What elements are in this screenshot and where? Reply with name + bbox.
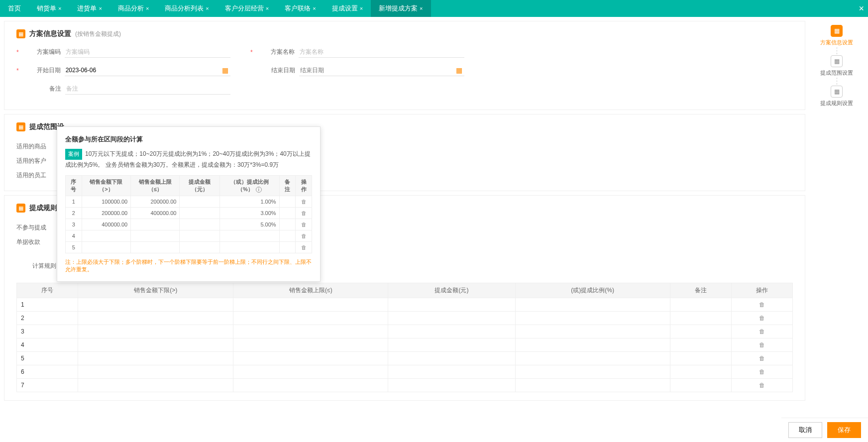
table-row: 3400000.005.00%🗑: [66, 219, 312, 230]
table-row: 4🗑: [17, 338, 793, 352]
step-nav: ▦方案信息设置▦提成范围设置▦提成规则设置: [809, 21, 864, 405]
step-label: 方案信息设置: [820, 39, 853, 46]
step-label: 提成规则设置: [820, 100, 853, 107]
start-date-input[interactable]: [65, 65, 222, 76]
delete-icon[interactable]: 🗑: [759, 355, 765, 362]
tab-1[interactable]: 销货单×: [29, 0, 69, 17]
delete-icon[interactable]: 🗑: [301, 221, 307, 227]
tooltip-table: 序号销售金额下限（>）销售金额上限（≤）提成金额（元）（或）提成比例（%） i备…: [65, 175, 312, 253]
tab-close-icon[interactable]: ×: [360, 5, 363, 11]
table-row: 5🗑: [66, 242, 312, 253]
table-row: 7🗑: [17, 379, 793, 392]
delete-icon[interactable]: 🗑: [301, 244, 307, 250]
tab-close-icon[interactable]: ×: [266, 5, 269, 11]
step-label: 提成范围设置: [820, 69, 853, 77]
tab-8[interactable]: 新增提成方案×: [371, 0, 431, 17]
field-plan-code: *方案编码: [16, 46, 230, 58]
step-0[interactable]: ▦方案信息设置: [809, 25, 864, 46]
step-icon: ▦: [831, 25, 843, 37]
panel-icon: ▦: [16, 204, 25, 213]
table-row: 2200000.00400000.003.00%🗑: [66, 208, 312, 219]
col-header: 销售金额上限（≤）: [131, 176, 180, 196]
delete-icon[interactable]: 🗑: [759, 382, 765, 389]
panel-icon: ▦: [16, 122, 25, 131]
tab-close-icon[interactable]: ×: [206, 5, 209, 11]
col-header: 提成金额(元): [388, 283, 515, 298]
tooltip-title: 全额参与所在区间段的计算: [65, 135, 312, 144]
info-icon[interactable]: i: [256, 187, 262, 193]
step-1[interactable]: ▦提成范围设置: [809, 55, 864, 77]
panel-title: 方案信息设置: [29, 29, 71, 38]
calendar-icon[interactable]: ▦: [222, 66, 228, 74]
delete-icon[interactable]: 🗑: [759, 315, 765, 322]
col-header: 提成金额（元）: [180, 176, 220, 196]
remark-input[interactable]: [65, 83, 230, 95]
delete-icon[interactable]: 🗑: [759, 368, 765, 375]
tab-close-icon[interactable]: ×: [146, 5, 149, 11]
delete-icon[interactable]: 🗑: [759, 301, 765, 308]
col-header: 销售金额下限(>): [78, 283, 233, 298]
table-row: 6🗑: [17, 365, 793, 379]
col-header: 操作: [296, 176, 312, 196]
table-row: 4🗑: [66, 230, 312, 242]
table-row: 5🗑: [17, 352, 793, 365]
tab-close-icon[interactable]: ×: [58, 5, 61, 11]
col-header: (或)提成比例(%): [515, 283, 670, 298]
col-header: 备注: [279, 176, 296, 196]
col-header: 操作: [731, 283, 792, 298]
example-tag: 案例: [65, 149, 82, 160]
col-header: 序号: [17, 283, 78, 298]
tab-close-icon[interactable]: ×: [313, 5, 316, 11]
col-header: 备注: [670, 283, 731, 298]
panel-subtitle: (按销售金额提成): [75, 30, 121, 38]
col-header: 销售金额下限（>）: [82, 176, 131, 196]
tab-0[interactable]: 首页: [0, 0, 29, 17]
table-row: 1100000.00200000.001.00%🗑: [66, 196, 312, 208]
delete-icon[interactable]: 🗑: [301, 210, 307, 216]
step-2[interactable]: ▦提成规则设置: [809, 86, 864, 107]
tab-5[interactable]: 客户分层经营×: [217, 0, 277, 17]
table-row: 1🗑: [17, 298, 793, 312]
delete-icon[interactable]: 🗑: [301, 199, 307, 205]
close-all-tabs[interactable]: ×: [859, 3, 864, 14]
table-row: 2🗑: [17, 312, 793, 325]
field-end-date: 结束日期 ▦: [250, 65, 464, 76]
tab-bar: 首页销货单×进货单×商品分析×商品分析列表×客户分层经营×客户联络×提成设置×新…: [0, 0, 868, 17]
end-date-input[interactable]: [299, 65, 456, 76]
tab-2[interactable]: 进货单×: [69, 0, 109, 17]
panel-plan-info: ▦ 方案信息设置 (按销售金额提成) *方案编码 *方案名称 *开始日期 ▦: [4, 21, 805, 110]
col-header: 序号: [66, 176, 82, 196]
tooltip-note: 注：上限必须大于下限；多个阶梯时，下一个阶梯下限要等于前一阶梯上限；不同行之间下…: [65, 258, 312, 273]
delete-icon[interactable]: 🗑: [301, 233, 307, 239]
table-row: 3🗑: [17, 325, 793, 338]
delete-icon[interactable]: 🗑: [759, 328, 765, 335]
field-plan-name: *方案名称: [250, 46, 464, 58]
col-header: （或）提成比例（%） i: [220, 176, 279, 196]
panel-icon: ▦: [16, 29, 25, 38]
field-remark: 备注: [16, 83, 230, 95]
field-start-date: *开始日期 ▦: [16, 65, 230, 76]
tier-table: 序号销售金额下限(>)销售金额上限(≤)提成金额(元)(或)提成比例(%)备注操…: [16, 283, 793, 392]
tab-close-icon[interactable]: ×: [420, 5, 423, 11]
tab-3[interactable]: 商品分析×: [110, 0, 157, 17]
tab-6[interactable]: 客户联络×: [277, 0, 324, 17]
example-tooltip: 全额参与所在区间段的计算 案例10万元以下无提成；10~20万元提成比例为1%；…: [57, 126, 321, 282]
tab-4[interactable]: 商品分析列表×: [157, 0, 217, 17]
tab-7[interactable]: 提成设置×: [324, 0, 371, 17]
delete-icon[interactable]: 🗑: [759, 341, 765, 348]
col-header: 销售金额上限(≤): [233, 283, 388, 298]
step-icon: ▦: [831, 55, 843, 67]
tooltip-body: 案例10万元以下无提成；10~20万元提成比例为1%；20~40万提成比例为3%…: [65, 149, 312, 170]
step-icon: ▦: [831, 86, 843, 98]
calendar-icon[interactable]: ▦: [456, 66, 462, 74]
plan-code-input[interactable]: [65, 46, 230, 58]
plan-name-input[interactable]: [299, 46, 464, 58]
tab-close-icon[interactable]: ×: [99, 5, 102, 11]
